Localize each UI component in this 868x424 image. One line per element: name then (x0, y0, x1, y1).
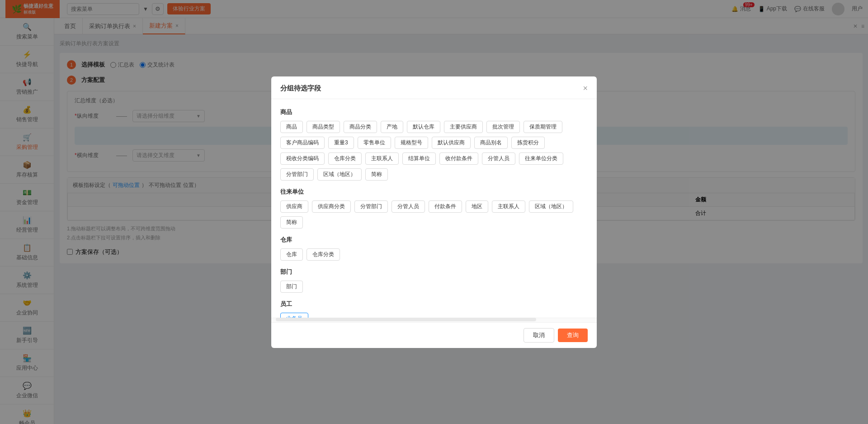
field-tag[interactable]: 收付款条件 (439, 152, 478, 165)
field-tag[interactable]: 批次管理 (486, 121, 520, 133)
field-tag[interactable]: 分管部门 (354, 200, 388, 213)
section-title-dept: 部门 (280, 268, 588, 276)
field-tag[interactable]: 默认供应商 (432, 137, 471, 149)
modal-hscroll[interactable] (271, 318, 597, 322)
field-tag[interactable]: 商品分类 (344, 121, 377, 133)
modal-confirm-button[interactable]: 查询 (558, 329, 588, 342)
section-title-partner: 往来单位 (280, 188, 588, 196)
field-group-goods: 商品 商品类型 商品分类 产地 默认仓库 主要供应商 批次管理 保质期管理 客户… (280, 121, 588, 181)
field-tag[interactable]: 简称 (280, 216, 303, 229)
field-tag[interactable]: 业务员 (280, 313, 308, 318)
field-tag[interactable]: 商品 (280, 121, 303, 133)
field-tag[interactable]: 仓库分类 (307, 248, 340, 261)
field-tag[interactable]: 简称 (365, 168, 388, 181)
field-tag[interactable]: 客户商品编码 (280, 137, 325, 149)
field-tag[interactable]: 主要供应商 (444, 121, 483, 133)
field-tag[interactable]: 主联系人 (365, 152, 399, 165)
field-tag[interactable]: 区域（地区） (317, 168, 362, 181)
field-tag[interactable]: 重量3 (328, 137, 354, 149)
field-tag[interactable]: 付款条件 (429, 200, 462, 213)
field-tag[interactable]: 主联系人 (492, 200, 525, 213)
field-tag[interactable]: 仓库 (280, 248, 303, 261)
field-group-warehouse: 仓库 仓库分类 (280, 248, 588, 261)
field-tag[interactable]: 产地 (381, 121, 403, 133)
field-tag[interactable]: 拣货积分 (511, 137, 545, 149)
field-tag[interactable]: 分管人员 (482, 152, 515, 165)
field-tag[interactable]: 规格型号 (395, 137, 428, 149)
modal-close-button[interactable]: × (583, 84, 588, 93)
field-tag[interactable]: 商品类型 (307, 121, 340, 133)
field-group-dept: 部门 (280, 281, 588, 293)
field-tag[interactable]: 商品别名 (474, 137, 508, 149)
field-tag[interactable]: 分管人员 (392, 200, 425, 213)
field-tag[interactable]: 供应商 (280, 200, 308, 213)
field-tag[interactable]: 地区 (466, 200, 488, 213)
field-tag[interactable]: 保质期管理 (524, 121, 562, 133)
section-title-staff: 员工 (280, 300, 588, 308)
field-tag[interactable]: 区域（地区） (529, 200, 573, 213)
field-tag[interactable]: 供应商分类 (312, 200, 351, 213)
field-tag[interactable]: 税收分类编码 (280, 152, 325, 165)
section-title-warehouse: 仓库 (280, 236, 588, 244)
field-group-partner: 供应商 供应商分类 分管部门 分管人员 付款条件 地区 主联系人 区域（地区） … (280, 200, 588, 229)
modal-cancel-button[interactable]: 取消 (524, 328, 554, 343)
modal-overlay: 分组待选字段 × 商品 商品 商品类型 商品分类 产地 默认仓库 主要供应商 批… (0, 0, 868, 424)
modal-dialog: 分组待选字段 × 商品 商品 商品类型 商品分类 产地 默认仓库 主要供应商 批… (271, 76, 597, 348)
field-tag[interactable]: 往来单位分类 (519, 152, 563, 165)
field-tag[interactable]: 结算单位 (402, 152, 436, 165)
modal-header: 分组待选字段 × (271, 76, 597, 99)
section-title-goods: 商品 (280, 108, 588, 116)
modal-footer: 取消 查询 (271, 322, 597, 348)
field-tag[interactable]: 仓库分类 (328, 152, 362, 165)
modal-title: 分组待选字段 (280, 84, 321, 93)
field-tag[interactable]: 零售单位 (358, 137, 391, 149)
field-group-staff: 业务员 (280, 313, 588, 318)
modal-body[interactable]: 商品 商品 商品类型 商品分类 产地 默认仓库 主要供应商 批次管理 保质期管理… (271, 99, 597, 318)
field-tag[interactable]: 分管部门 (280, 168, 314, 181)
field-tag[interactable]: 默认仓库 (407, 121, 440, 133)
field-tag[interactable]: 部门 (280, 281, 303, 293)
